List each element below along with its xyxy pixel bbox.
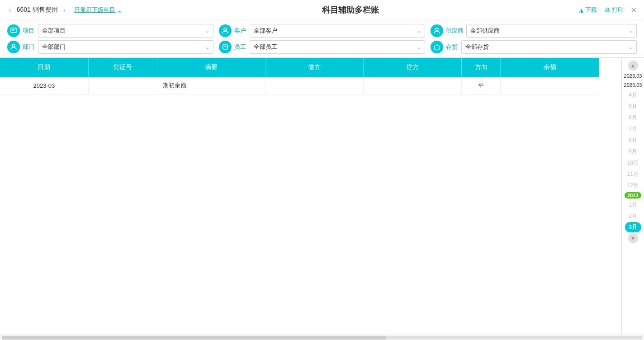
cell-direction: 平	[461, 77, 501, 94]
timeline-year-badge: 2023	[625, 192, 641, 198]
timeline-month-10[interactable]: 10月	[622, 157, 644, 169]
inventory-select-value: 全部存货	[465, 43, 489, 51]
timeline-month-2[interactable]: 2月	[622, 211, 644, 222]
project-label: 项目	[23, 27, 35, 35]
timeline-year-wrapper: 2023	[622, 191, 644, 199]
filter-row-1: 项目 全部项目 ⌄ 客户 全部客户 ⌄	[7, 24, 637, 38]
timeline-month-3-active[interactable]: 3月	[625, 222, 641, 232]
col-debit: 借方	[265, 58, 363, 77]
filter-item-customer: 客户 全部客户 ⌄	[219, 24, 425, 38]
filter-item-department: 部门 全部部门 ⌄	[7, 40, 213, 54]
col-direction: 方向	[461, 58, 501, 77]
cell-balance	[501, 77, 599, 94]
inventory-label: 存货	[446, 43, 459, 51]
timeline-down-arrow[interactable]: ▼	[628, 233, 638, 243]
only-show-label: 只显示下级科目	[74, 6, 115, 14]
customer-label: 客户	[234, 27, 247, 35]
table-section: 日期 凭证号 摘要 借方 贷方 方向 余额 2023-03 期初余额	[0, 58, 644, 335]
department-select[interactable]: 全部部门 ⌄	[38, 40, 213, 54]
account-code: 6601 销售费用	[17, 6, 58, 14]
employee-label: 员工	[234, 43, 247, 51]
timeline-month-1[interactable]: 1月	[622, 199, 644, 211]
filter-item-project: 项目 全部项目 ⌄	[7, 24, 213, 38]
timeline-month-7[interactable]: 7月	[622, 123, 644, 135]
table-header-row: 日期 凭证号 摘要 借方 贷方 方向 余额	[0, 58, 599, 77]
nav-next-arrow[interactable]: ›	[62, 5, 67, 14]
project-icon	[7, 24, 20, 37]
timeline-month-6[interactable]: 6月	[622, 112, 644, 123]
cell-debit	[265, 77, 363, 94]
filter-item-supplier: 供应商 全部供应商 ⌄	[431, 24, 637, 38]
cell-summary: 期初余额	[157, 77, 265, 94]
timeline-month-9[interactable]: 9月	[622, 146, 644, 157]
project-select-value: 全部项目	[42, 27, 66, 35]
timeline-header-1[interactable]: 2023.03	[622, 71, 644, 80]
department-select-arrow-icon: ⌄	[205, 44, 209, 50]
download-button[interactable]: ◮ 下载	[579, 6, 597, 14]
employee-select-arrow-icon: ⌄	[417, 44, 421, 50]
download-icon: ◮	[579, 7, 583, 14]
col-credit: 贷方	[363, 58, 461, 77]
employee-select-value: 全部员工	[254, 43, 277, 51]
page-title: 科目辅助多栏账	[126, 5, 575, 15]
timeline-panel: ▲ 2023.03 2023.03 4月 5月 6月 7月 8月 9月 10月 …	[621, 58, 644, 335]
customer-select[interactable]: 全部客户 ⌄	[250, 24, 425, 38]
only-show-dropdown[interactable]: 只显示下级科目 ⌄	[74, 6, 122, 14]
timeline-month-8[interactable]: 8月	[622, 135, 644, 146]
svg-point-4	[436, 28, 438, 31]
download-label: 下载	[585, 6, 597, 14]
scrollbar-thumb[interactable]	[2, 336, 386, 340]
cell-voucher	[88, 77, 157, 94]
supplier-label: 供应商	[446, 27, 464, 35]
data-table: 日期 凭证号 摘要 借方 贷方 方向 余额 2023-03 期初余额	[0, 58, 599, 94]
inventory-select-arrow-icon: ⌄	[629, 44, 633, 50]
timeline-header-2[interactable]: 2023.03	[622, 80, 644, 90]
svg-rect-6	[223, 45, 227, 49]
col-balance: 余额	[501, 58, 599, 77]
top-bar: ‹ 6601 销售费用 › 只显示下级科目 ⌄ 科目辅助多栏账 ◮ 下载 🖶 打…	[0, 0, 644, 20]
col-voucher: 凭证号	[88, 58, 157, 77]
close-button[interactable]: ✕	[631, 6, 637, 14]
supplier-select-arrow-icon: ⌄	[629, 28, 633, 34]
filter-row-2: 部门 全部部门 ⌄ 员工 全部员工 ⌄	[7, 40, 637, 54]
main-window: ‹ 6601 销售费用 › 只显示下级科目 ⌄ 科目辅助多栏账 ◮ 下载 🖶 打…	[0, 0, 644, 340]
toolbar-actions: ◮ 下载 🖶 打印	[579, 6, 624, 14]
svg-point-5	[12, 44, 15, 47]
col-summary: 摘要	[157, 58, 265, 77]
timeline-month-11[interactable]: 11月	[622, 169, 644, 180]
cell-credit	[363, 77, 461, 94]
timeline-month-4[interactable]: 4月	[622, 90, 644, 101]
only-show-arrow-icon: ⌄	[117, 7, 122, 14]
inventory-icon	[431, 41, 443, 53]
department-select-value: 全部部门	[42, 43, 66, 51]
supplier-icon	[431, 24, 443, 37]
scrollbar-track[interactable]	[2, 336, 642, 340]
print-label: 打印	[612, 6, 624, 14]
employee-select[interactable]: 全部员工 ⌄	[250, 40, 425, 54]
supplier-select[interactable]: 全部供应商 ⌄	[466, 24, 637, 38]
print-icon: 🖶	[604, 7, 610, 14]
bottom-scrollbar[interactable]	[0, 335, 644, 340]
department-icon	[7, 41, 20, 53]
timeline-month-5[interactable]: 5月	[622, 101, 644, 112]
timeline-month-12[interactable]: 12月	[622, 180, 644, 191]
print-button[interactable]: 🖶 打印	[604, 6, 624, 14]
customer-select-arrow-icon: ⌄	[417, 28, 421, 34]
table-row: 2023-03 期初余额 平	[0, 77, 599, 94]
cell-date: 2023-03	[0, 77, 88, 94]
customer-icon	[219, 24, 232, 37]
filter-item-employee: 员工 全部员工 ⌄	[219, 40, 425, 54]
filter-area: 项目 全部项目 ⌄ 客户 全部客户 ⌄	[0, 20, 644, 58]
col-date: 日期	[0, 58, 88, 77]
inventory-select[interactable]: 全部存货 ⌄	[461, 40, 637, 54]
project-select-arrow-icon: ⌄	[205, 28, 209, 34]
employee-icon	[219, 41, 232, 53]
table-spacer	[0, 94, 621, 335]
timeline-up-arrow[interactable]: ▲	[628, 61, 638, 71]
svg-rect-0	[11, 28, 16, 33]
nav-prev-arrow[interactable]: ‹	[7, 5, 13, 14]
supplier-select-value: 全部供应商	[470, 27, 500, 35]
customer-select-value: 全部客户	[254, 27, 277, 35]
svg-point-3	[224, 28, 227, 31]
project-select[interactable]: 全部项目 ⌄	[38, 24, 213, 38]
